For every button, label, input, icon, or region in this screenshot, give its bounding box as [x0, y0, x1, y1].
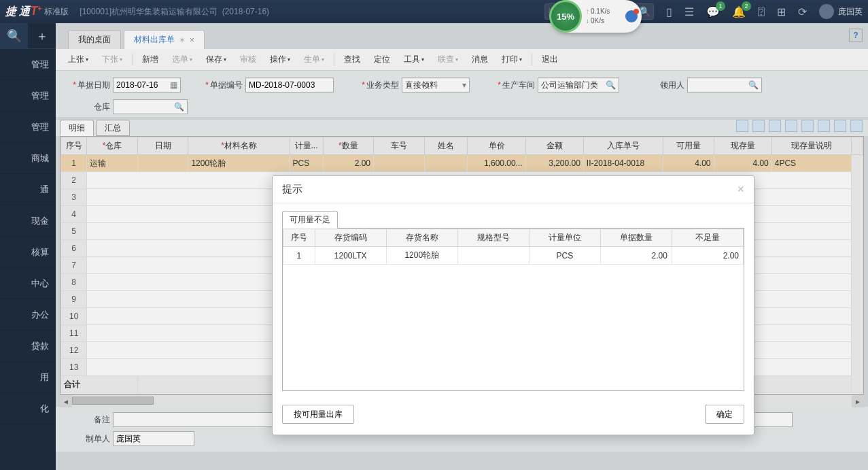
ok-button[interactable]: 确定 [705, 405, 744, 424]
dialog-close-icon[interactable]: × [737, 182, 744, 197]
prompt-dialog: 提示 × 可用量不足 序号 存货编码 存货名称 规格型号 计量单位 单据数量 不… [272, 175, 754, 435]
out-by-available-button[interactable]: 按可用量出库 [282, 405, 354, 424]
dialog-title: 提示 [282, 183, 302, 196]
shortage-grid[interactable]: 序号 存货编码 存货名称 规格型号 计量单位 单据数量 不足量 1 1200LT… [282, 228, 744, 391]
shortage-row[interactable]: 1 1200LTX 1200轮胎 PCS 2.00 2.00 [283, 247, 744, 265]
modal-overlay: 提示 × 可用量不足 序号 存货编码 存货名称 规格型号 计量单位 单据数量 不… [0, 0, 868, 470]
dialog-tab-shortage[interactable]: 可用量不足 [282, 211, 338, 229]
